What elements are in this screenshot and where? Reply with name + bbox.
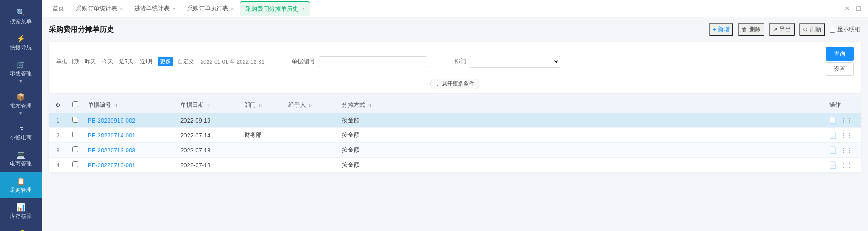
page-title: 采购费用分摊单历史 <box>49 25 114 34</box>
tab-home-label: 首页 <box>52 5 64 13</box>
edit-icon[interactable]: 📄 <box>829 132 837 139</box>
last7days-shortcut[interactable]: 近7天 <box>118 57 135 66</box>
dept-select[interactable]: 财务部 <box>470 56 560 68</box>
sort-icon[interactable]: ⇅ <box>368 103 372 108</box>
export-icon: ↗ <box>773 26 778 33</box>
doc-num-input[interactable] <box>319 56 427 67</box>
expand-button-label: 展开更多条件 <box>442 80 474 88</box>
date-shortcuts: 昨天 今天 近7天 近1月 更多 自定义 <box>83 57 196 66</box>
retail-icon: 🛒 <box>16 61 25 69</box>
doc-num-link[interactable]: PE-20220713-003 <box>88 147 136 154</box>
close-icon[interactable]: × <box>120 6 123 11</box>
maximize-window-button[interactable]: □ <box>854 4 863 14</box>
close-window-button[interactable]: × <box>843 4 851 14</box>
close-icon[interactable]: × <box>301 6 304 12</box>
sidebar-item-search[interactable]: 🔍 搜索菜单 <box>0 4 42 30</box>
col-date: 单据日期 ⇅ <box>176 97 240 113</box>
row-alloc-method: 按金额 <box>337 128 825 143</box>
sort-icon[interactable]: ⇅ <box>207 103 210 108</box>
sidebar-item-retail[interactable]: 🛒 零售管理 ▼ <box>0 56 42 88</box>
row-doc-num: PE-20220713-003 <box>83 143 176 158</box>
row-handler <box>284 113 338 128</box>
more-action-icon[interactable]: ⋮⋮ <box>840 161 853 169</box>
row-alloc-method: 按金额 <box>337 158 825 173</box>
expand-button[interactable]: ⌄ 展开更多条件 <box>430 79 479 89</box>
more-action-icon[interactable]: ⋮⋮ <box>840 146 853 154</box>
sidebar-item-mini-shop[interactable]: 🛍 小畅电商 <box>0 120 42 146</box>
tab-label: 采购订单统计表 <box>76 5 117 13</box>
col-date-label: 单据日期 <box>180 101 204 108</box>
tab-label: 采购订单执行表 <box>187 5 228 13</box>
sidebar-item-label: 搜索菜单 <box>10 18 32 25</box>
col-dept-label: 部门 <box>244 101 256 108</box>
date-range-text: 2022-01-01 至 2022-12-31 <box>200 58 264 66</box>
today-shortcut[interactable]: 今天 <box>100 57 115 66</box>
row-checkbox[interactable] <box>67 113 83 128</box>
doc-num-label: 单据编号 <box>292 57 315 66</box>
table-row: 4 PE-20220713-001 2022-07-13 按金额 📄 ⋮⋮ <box>49 158 861 173</box>
close-icon[interactable]: × <box>231 6 234 11</box>
date-field: 单据日期 昨天 今天 近7天 近1月 更多 自定义 <box>56 57 196 66</box>
row-actions: 📄 ⋮⋮ <box>825 158 861 173</box>
col-handler-label: 经手人 <box>288 101 306 108</box>
export-button[interactable]: ↗ 导出 <box>769 23 795 36</box>
edit-icon[interactable]: 📄 <box>829 161 837 169</box>
delete-icon: 🗑 <box>741 26 747 33</box>
last1month-shortcut[interactable]: 近1月 <box>138 57 156 66</box>
sidebar-item-wholesale[interactable]: 📦 批发管理 ▼ <box>0 88 42 120</box>
wholesale-icon: 📦 <box>16 93 25 101</box>
custom-shortcut[interactable]: 自定义 <box>176 57 196 66</box>
more-action-icon[interactable]: ⋮⋮ <box>840 117 853 124</box>
sidebar-item-finance[interactable]: 💰 资金管理 <box>0 225 42 231</box>
sort-icon[interactable]: ⇅ <box>114 103 118 108</box>
sidebar-item-label: 快捷导航 <box>10 44 32 52</box>
sidebar-item-ecommerce[interactable]: 💻 电商管理 <box>0 146 42 172</box>
new-button-label: 新增 <box>718 25 730 33</box>
col-actions-label: 操作 <box>829 101 841 108</box>
yesterday-shortcut[interactable]: 昨天 <box>83 57 98 66</box>
sidebar-item-quick-nav[interactable]: ⚡ 快捷导航 <box>0 30 42 56</box>
edit-icon[interactable]: 📄 <box>829 117 837 124</box>
row-handler <box>284 143 338 158</box>
doc-num-link[interactable]: PE-20220713-001 <box>88 162 136 169</box>
row-checkbox[interactable] <box>67 143 83 158</box>
row-dept <box>240 158 283 173</box>
tab-purchase-cost-history[interactable]: 采购费用分摊单历史 × <box>240 1 309 16</box>
row-actions: 📄 ⋮⋮ <box>825 113 861 128</box>
delete-button[interactable]: 🗑 删除 <box>738 23 764 36</box>
row-date: 2022-09-19 <box>176 113 240 128</box>
tab-purchase-order-stats[interactable]: 采购订单统计表 × <box>71 1 128 16</box>
row-dept: 财务部 <box>240 128 283 143</box>
tab-purchase-order-exec[interactable]: 采购订单执行表 × <box>182 1 239 16</box>
show-columns-input[interactable] <box>830 27 835 33</box>
sidebar-item-label: 库存核算 <box>10 212 32 220</box>
sidebar-item-purchase[interactable]: 📋 采购管理 <box>0 172 42 198</box>
row-actions: 📄 ⋮⋮ <box>825 143 861 158</box>
sidebar-item-label: 零售管理 <box>10 70 32 78</box>
doc-num-link[interactable]: PE-20220919-002 <box>88 117 136 124</box>
more-action-icon[interactable]: ⋮⋮ <box>840 132 853 139</box>
table-header-row: ⚙ 单据编号 ⇅ 单据日期 ⇅ <box>49 97 861 113</box>
new-button[interactable]: + 新增 <box>709 23 733 36</box>
settings-button[interactable]: 设置 <box>826 62 854 76</box>
row-handler <box>284 128 338 143</box>
sort-icon[interactable]: ⇅ <box>308 103 312 108</box>
edit-icon[interactable]: 📄 <box>829 146 837 154</box>
close-icon[interactable]: × <box>172 6 175 11</box>
show-columns-checkbox[interactable]: 显示明细 <box>830 25 861 33</box>
gear-icon[interactable]: ⚙ <box>55 102 61 108</box>
tab-home[interactable]: 首页 <box>47 1 70 16</box>
sort-icon[interactable]: ⇅ <box>259 103 262 108</box>
more-shortcut[interactable]: 更多 <box>158 57 173 66</box>
row-checkbox[interactable] <box>67 158 83 173</box>
select-all-checkbox[interactable] <box>72 101 78 107</box>
search-button[interactable]: 查询 <box>826 47 854 61</box>
sidebar-item-inventory[interactable]: 📊 库存核算 <box>0 198 42 225</box>
col-check <box>67 97 83 113</box>
finance-icon: 💰 <box>16 229 25 231</box>
refresh-button[interactable]: ↺ 刷新 <box>799 23 825 36</box>
tab-inbound-stats[interactable]: 进货单统计表 × <box>129 1 180 16</box>
doc-num-link[interactable]: PE-20220714-001 <box>88 132 136 139</box>
sidebar-item-label: 电商管理 <box>10 160 32 168</box>
row-checkbox[interactable] <box>67 128 83 143</box>
